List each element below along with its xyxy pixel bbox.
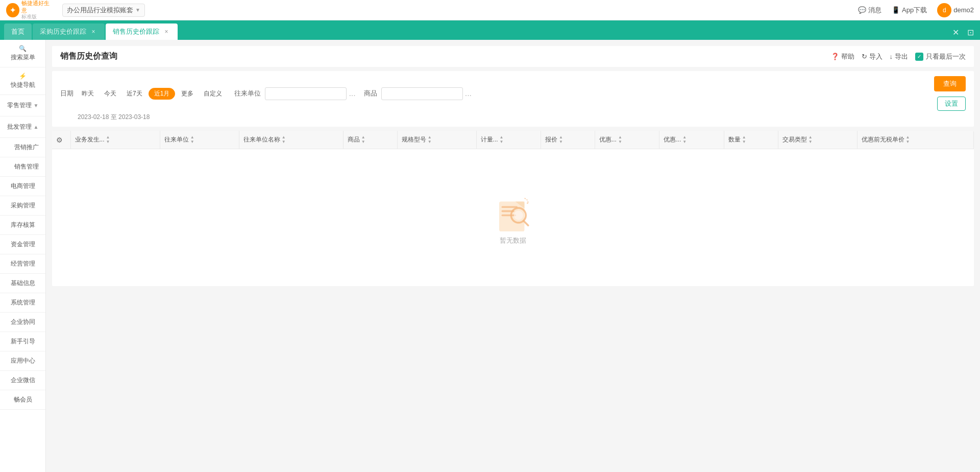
import-button[interactable]: ↻ 导入 xyxy=(862,52,883,61)
chevron-down-icon: ▼ xyxy=(34,103,39,108)
close-all-tabs-button[interactable]: ✕ xyxy=(950,27,961,38)
sidebar-item-search-menu[interactable]: 🔍 搜索菜单 xyxy=(0,40,45,67)
message-button[interactable]: 💬 消息 xyxy=(858,6,881,15)
settings-button[interactable]: 设置 xyxy=(937,97,966,111)
sidebar-item-purchase-mgmt[interactable]: 采购管理 xyxy=(0,196,45,216)
sidebar-item-system-mgmt[interactable]: 系统管理 xyxy=(0,293,45,313)
th-discount1[interactable]: 优惠... ▲ ▼ xyxy=(595,131,659,149)
sort-arrows: ▲ ▼ xyxy=(428,135,432,144)
sort-arrows: ▲ ▼ xyxy=(282,135,286,144)
th-goods[interactable]: 商品 ▲ ▼ xyxy=(343,131,397,149)
tab-bar-actions: ✕ ⊡ xyxy=(950,27,976,40)
header-right: 💬 消息 📱 App下载 d demo2 xyxy=(858,3,974,17)
checkbox-icon: ✓ xyxy=(915,53,923,61)
th-quote[interactable]: 报价 ▲ ▼ xyxy=(541,131,595,149)
only-latest-checkbox[interactable]: ✓ 只看最后一次 xyxy=(915,52,966,61)
goods-label: 商品 xyxy=(364,89,377,98)
goods-input[interactable] xyxy=(381,87,463,100)
sidebar-item-quick-nav[interactable]: ⚡ 快捷导航 xyxy=(0,67,45,95)
tab-close-sales[interactable]: × xyxy=(162,28,170,36)
workspace-selector[interactable]: 办公用品行业模拟账套 ▼ xyxy=(62,4,145,17)
th-discount2[interactable]: 优惠... ▲ ▼ xyxy=(659,131,724,149)
tab-bar: 首页 采购历史价跟踪 × 销售历史价跟踪 × ✕ ⊡ xyxy=(0,20,980,40)
sidebar-item-enterprise-collab[interactable]: 企业协同 xyxy=(0,313,45,332)
date-range-display: 2023-02-18 至 2023-03-18 xyxy=(60,113,966,122)
date-shortcuts: 昨天 今天 近7天 近1月 更多 自定义 xyxy=(78,88,226,100)
sort-arrows: ▲ ▼ xyxy=(106,135,110,144)
sidebar-item-ecommerce-mgmt[interactable]: 电商管理 xyxy=(0,177,45,196)
chevron-down-icon: ▼ xyxy=(135,7,140,13)
sidebar-item-retail-mgmt[interactable]: 零售管理 ▼ xyxy=(0,95,45,116)
nav-icon: ⚡ xyxy=(19,73,27,80)
sidebar-item-sales-mgmt[interactable]: 销售管理 xyxy=(0,157,45,177)
sidebar-item-marketing[interactable]: 营销推广 xyxy=(0,138,45,157)
sort-arrows: ▲ ▼ xyxy=(808,135,813,144)
th-partner-code[interactable]: 往来单位 ▲ ▼ xyxy=(160,131,239,149)
content-area: 销售历史价查询 ❓ 帮助 ↻ 导入 ↓ 导出 ✓ 只看最后一次 xyxy=(46,40,980,472)
sidebar-item-finance-mgmt[interactable]: 资金管理 xyxy=(0,235,45,254)
partner-label: 往来单位 xyxy=(234,89,261,98)
sidebar-item-wholesale-mgmt[interactable]: 批发管理 ▲ xyxy=(0,116,45,138)
partner-dots-button[interactable]: ... xyxy=(349,89,355,98)
table-head: ⚙ 业务发生... ▲ ▼ xyxy=(52,131,974,149)
import-icon: ↻ xyxy=(862,53,867,60)
sort-arrows: ▲ ▼ xyxy=(190,135,194,144)
tab-close-purchase[interactable]: × xyxy=(89,28,97,36)
tab-purchase-history[interactable]: 采购历史价跟踪 × xyxy=(33,23,105,40)
page-title: 销售历史价查询 xyxy=(60,51,117,62)
date-btn-custom[interactable]: 自定义 xyxy=(200,88,226,100)
sidebar-item-enterprise-wechat[interactable]: 企业微信 xyxy=(0,371,45,390)
th-partner-name[interactable]: 往来单位名称 ▲ ▼ xyxy=(239,131,343,149)
top-header: ✦ 畅捷通好生意 标准版 办公用品行业模拟账套 ▼ 💬 消息 📱 App下载 d… xyxy=(0,0,980,20)
tab-sales-history[interactable]: 销售历史价跟踪 × xyxy=(106,23,178,40)
partner-filter-group: 往来单位 ... xyxy=(234,87,355,100)
tab-home[interactable]: 首页 xyxy=(4,23,32,40)
help-icon: ❓ xyxy=(831,53,839,60)
sidebar-item-app-center[interactable]: 应用中心 xyxy=(0,351,45,371)
help-button[interactable]: ❓ 帮助 xyxy=(831,52,854,61)
user-menu[interactable]: d demo2 xyxy=(937,3,974,17)
sidebar-item-operations-mgmt[interactable]: 经营管理 xyxy=(0,254,45,274)
sort-arrows: ▲ ▼ xyxy=(618,135,622,144)
sort-arrows: ▲ ▼ xyxy=(361,135,365,144)
th-quantity[interactable]: 数量 ▲ ▼ xyxy=(724,131,778,149)
th-trade-type[interactable]: 交易类型 ▲ ▼ xyxy=(778,131,857,149)
th-gear[interactable]: ⚙ xyxy=(52,131,70,149)
date-label: 日期 xyxy=(60,89,74,98)
sidebar-item-vip-member[interactable]: 畅会员 xyxy=(0,390,45,410)
table-container: ⚙ 业务发生... ▲ ▼ xyxy=(52,131,974,286)
logo-text: 畅捷通好生意 标准版 xyxy=(21,0,52,19)
export-button[interactable]: ↓ 导出 xyxy=(890,52,909,61)
data-table: ⚙ 业务发生... ▲ ▼ xyxy=(52,131,974,286)
date-btn-more[interactable]: 更多 xyxy=(177,88,198,100)
sort-arrows: ▲ ▼ xyxy=(500,135,504,144)
date-btn-1month[interactable]: 近1月 xyxy=(149,88,176,100)
message-icon: 💬 xyxy=(858,6,866,14)
th-biz-date[interactable]: 业务发生... ▲ ▼ xyxy=(70,131,160,149)
date-btn-yesterday[interactable]: 昨天 xyxy=(78,88,98,100)
th-unit[interactable]: 计量... ▲ ▼ xyxy=(476,131,541,149)
sidebar-item-basic-info[interactable]: 基础信息 xyxy=(0,274,45,293)
partner-input[interactable] xyxy=(265,87,347,100)
sort-arrows: ▲ ▼ xyxy=(742,135,746,144)
sidebar-item-inventory[interactable]: 库存核算 xyxy=(0,216,45,235)
app-download-button[interactable]: 📱 App下载 xyxy=(892,6,927,15)
th-pre-tax-price[interactable]: 优惠前无税单价 ▲ ▼ xyxy=(857,131,973,149)
avatar: d xyxy=(937,3,951,17)
table-header-row: ⚙ 业务发生... ▲ ▼ xyxy=(52,131,974,149)
gear-icon[interactable]: ⚙ xyxy=(56,136,63,144)
sort-arrows: ▲ ▼ xyxy=(906,135,910,144)
empty-state: 暂无数据 xyxy=(52,149,974,286)
date-btn-7days[interactable]: 近7天 xyxy=(122,88,146,100)
goods-dots-button[interactable]: ... xyxy=(465,89,472,98)
date-btn-today[interactable]: 今天 xyxy=(100,88,120,100)
expand-button[interactable]: ⊡ xyxy=(965,27,976,38)
sort-arrows: ▲ ▼ xyxy=(559,135,563,144)
svg-marker-7 xyxy=(526,202,529,204)
empty-text: 暂无数据 xyxy=(500,236,526,245)
goods-filter-group: 商品 ... xyxy=(364,87,472,100)
th-spec[interactable]: 规格型号 ▲ ▼ xyxy=(397,131,476,149)
query-button[interactable]: 查询 xyxy=(934,76,966,91)
logo-area: ✦ 畅捷通好生意 标准版 xyxy=(6,0,52,19)
sidebar-item-new-guide[interactable]: 新手引导 xyxy=(0,332,45,351)
